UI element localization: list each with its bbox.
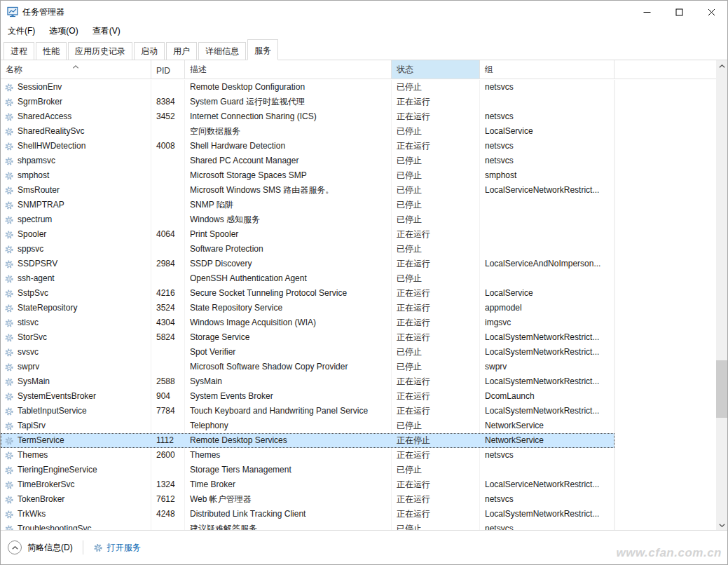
service-group: LocalSystemNetworkRestrict... <box>480 345 614 360</box>
table-row[interactable]: SharedRealitySvc 空间数据服务 已停止 LocalService <box>1 124 614 139</box>
table-row[interactable]: smphost Microsoft Storage Spaces SMP 已停止… <box>1 168 614 183</box>
service-group <box>480 95 614 109</box>
table-row[interactable]: SharedAccess 3452 Internet Connection Sh… <box>1 109 614 124</box>
vertical-scrollbar[interactable] <box>716 60 727 531</box>
service-description: OpenSSH Authentication Agent <box>185 271 392 286</box>
service-description: Spot Verifier <box>185 345 392 360</box>
fewer-details-button[interactable]: 简略信息(D) <box>27 542 73 554</box>
service-description: Distributed Link Tracking Client <box>185 507 392 522</box>
table-row[interactable]: ssh-agent OpenSSH Authentication Agent 已… <box>1 271 614 286</box>
table-row[interactable]: TimeBrokerSvc 1324 Time Broker 正在运行 Loca… <box>1 477 614 492</box>
table-row[interactable]: StorSvc 5824 Storage Service 正在运行 LocalS… <box>1 330 614 345</box>
service-group: imgsvc <box>480 315 614 330</box>
service-status: 已停止 <box>392 124 480 139</box>
table-row[interactable]: SessionEnv Remote Desktop Configuration … <box>1 80 614 95</box>
service-pid <box>151 80 185 95</box>
minimize-button[interactable] <box>631 1 663 23</box>
tab-performance[interactable]: 性能 <box>36 42 67 60</box>
scrollbar-thumb[interactable] <box>716 360 727 418</box>
scroll-up-button[interactable] <box>716 60 727 72</box>
service-description: Microsoft Software Shadow Copy Provider <box>185 360 392 374</box>
table-row[interactable]: shpamsvc Shared PC Account Manager 已停止 n… <box>1 154 614 168</box>
watermark: www.cfan.com.cn <box>617 546 722 560</box>
column-header-group[interactable]: 组 <box>480 60 614 79</box>
service-status: 正在运行 <box>392 95 480 109</box>
tab-startup[interactable]: 启动 <box>134 42 165 60</box>
service-description: 空间数据服务 <box>185 124 392 139</box>
table-row[interactable]: SystemEventsBroker 904 System Events Bro… <box>1 389 614 404</box>
service-status: 正在运行 <box>392 374 480 389</box>
service-group <box>480 463 614 477</box>
maximize-button[interactable] <box>663 1 695 23</box>
table-row[interactable]: SSDPSRV 2984 SSDP Discovery 正在运行 LocalSe… <box>1 257 614 271</box>
service-group: LocalSystemNetworkRestrict... <box>480 330 614 345</box>
service-name: SSDPSRV <box>18 257 57 271</box>
status-bar: 简略信息(D) 打开服务 www.cfan.com.cn <box>1 530 727 564</box>
service-status: 正在运行 <box>392 109 480 124</box>
table-row[interactable]: Spooler 4064 Print Spooler 正在运行 <box>1 227 614 242</box>
table-row[interactable]: TabletInputService 7784 Touch Keyboard a… <box>1 404 614 418</box>
column-header-name[interactable]: 名称 <box>1 60 151 79</box>
tab-app-history[interactable]: 应用历史记录 <box>68 42 132 60</box>
service-gear-icon <box>4 421 14 431</box>
service-description: SysMain <box>185 374 392 389</box>
service-description: Touch Keyboard and Handwriting Panel Ser… <box>185 404 392 418</box>
footer-divider <box>83 540 83 554</box>
open-services-link[interactable]: 打开服务 <box>93 542 141 554</box>
table-row[interactable]: ShellHWDetection 4008 Shell Hardware Det… <box>1 139 614 154</box>
table-row[interactable]: SgrmBroker 8384 System Guard 运行时监视代理 正在运… <box>1 95 614 109</box>
service-pid <box>151 418 185 433</box>
service-group <box>480 227 614 242</box>
tab-services[interactable]: 服务 <box>247 39 278 60</box>
table-row[interactable]: swprv Microsoft Software Shadow Copy Pro… <box>1 360 614 374</box>
tab-details[interactable]: 详细信息 <box>198 42 246 60</box>
service-pid: 1112 <box>151 433 185 448</box>
table-row[interactable]: SysMain 2588 SysMain 正在运行 LocalSystemNet… <box>1 374 614 389</box>
service-status: 正在运行 <box>392 315 480 330</box>
service-group: LocalSystemNetworkRestrict... <box>480 507 614 522</box>
table-row[interactable]: TieringEngineService Storage Tiers Manag… <box>1 463 614 477</box>
table-row[interactable]: TapiSrv Telephony 已停止 NetworkService <box>1 418 614 433</box>
table-row[interactable]: SNMPTRAP SNMP 陷阱 已停止 <box>1 198 614 212</box>
service-name: spectrum <box>18 212 52 227</box>
tab-bar: 进程 性能 应用历史记录 启动 用户 详细信息 服务 <box>1 39 727 60</box>
service-name: SharedAccess <box>18 109 71 124</box>
service-group: appmodel <box>480 301 614 315</box>
service-gear-icon <box>4 377 14 387</box>
menu-file[interactable]: 文件(F) <box>8 24 41 39</box>
service-group: netsvcs <box>480 80 614 95</box>
tab-processes[interactable]: 进程 <box>4 42 34 60</box>
service-status: 已停止 <box>392 154 480 168</box>
chevron-up-circle-icon[interactable] <box>8 540 22 554</box>
table-row[interactable]: stisvc 4304 Windows Image Acquisition (W… <box>1 315 614 330</box>
close-button[interactable] <box>695 1 727 23</box>
table-row[interactable]: spectrum Windows 感知服务 已停止 <box>1 212 614 227</box>
service-gear-icon <box>4 200 14 210</box>
table-row[interactable]: StateRepository 3524 State Repository Se… <box>1 301 614 315</box>
column-header-pid[interactable]: PID <box>151 60 185 79</box>
table-row[interactable]: SmsRouter Microsoft Windows SMS 路由器服务。 已… <box>1 183 614 198</box>
table-row[interactable]: TrkWks 4248 Distributed Link Tracking Cl… <box>1 507 614 522</box>
table-row[interactable]: Themes 2600 Themes 正在运行 netsvcs <box>1 448 614 463</box>
menu-options[interactable]: 选项(O) <box>49 24 84 39</box>
column-header-description[interactable]: 描述 <box>185 60 392 79</box>
service-group: netsvcs <box>480 154 614 168</box>
service-name: TabletInputService <box>18 404 87 418</box>
table-row[interactable]: sppsvc Software Protection 已停止 <box>1 242 614 257</box>
tab-users[interactable]: 用户 <box>166 42 197 60</box>
service-gear-icon <box>4 436 14 446</box>
service-gear-icon <box>4 318 14 328</box>
table-row[interactable]: TokenBroker 7612 Web 帐户管理器 正在运行 netsvcs <box>1 492 614 507</box>
table-row[interactable]: svsvc Spot Verifier 已停止 LocalSystemNetwo… <box>1 345 614 360</box>
service-pid <box>151 463 185 477</box>
service-gear-icon <box>4 127 14 137</box>
service-pid: 3524 <box>151 301 185 315</box>
service-name: shpamsvc <box>18 154 55 168</box>
table-row[interactable]: SstpSvc 4216 Secure Socket Tunneling Pro… <box>1 286 614 301</box>
service-status: 正在运行 <box>392 477 480 492</box>
column-header-status[interactable]: 状态 <box>392 60 480 79</box>
service-description: Storage Tiers Management <box>185 463 392 477</box>
menu-view[interactable]: 查看(V) <box>92 24 127 39</box>
table-row[interactable]: TermService 1112 Remote Desktop Services… <box>1 433 614 448</box>
service-pid: 1324 <box>151 477 185 492</box>
